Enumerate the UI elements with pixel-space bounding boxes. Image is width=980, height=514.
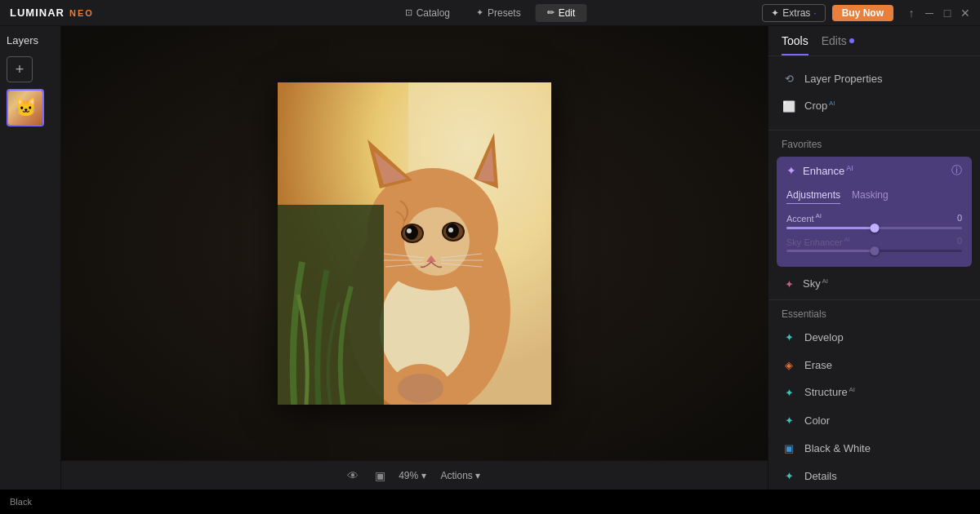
sky-item[interactable]: ✦ Sky AI xyxy=(768,270,980,298)
sky-enhancer-label: Sky Enhancer AI xyxy=(786,236,850,247)
enhance-item: ✦ Enhance AI ⓘ Adjustments Masking Acce xyxy=(777,157,972,267)
zoom-value: 49% xyxy=(399,470,418,481)
sky-ai-badge: AI xyxy=(821,277,828,285)
photo-inner xyxy=(278,82,551,405)
svg-point-12 xyxy=(405,225,418,240)
enhance-sub-tabs: Adjustments Masking xyxy=(786,189,962,204)
layer-properties-icon: ⟲ xyxy=(782,71,796,86)
color-item[interactable]: ✦ Color xyxy=(768,406,980,434)
enhance-header-left: ✦ Enhance AI xyxy=(786,164,853,177)
crop-label: Crop AI xyxy=(804,100,835,112)
visibility-icon[interactable]: 👁 xyxy=(344,466,362,485)
logo-area: LUMINAR NEO xyxy=(10,7,94,19)
titlebar: LUMINAR NEO ⊡ Catalog ✦ Presets ✏ Edit ✦… xyxy=(0,0,980,26)
masking-tab[interactable]: Masking xyxy=(852,189,889,204)
presets-icon: ✦ xyxy=(476,7,483,18)
canvas-area[interactable] xyxy=(61,26,768,460)
color-icon: ✦ xyxy=(782,413,796,428)
compare-icon[interactable]: ▣ xyxy=(372,466,389,485)
enhance-icon: ✦ xyxy=(786,164,796,177)
black-white-item[interactable]: ▣ Black & White xyxy=(768,434,980,462)
enhance-info-icon[interactable]: ⓘ xyxy=(951,163,962,178)
develop-item[interactable]: ✦ Develop xyxy=(768,323,980,351)
layers-panel: Layers + 🐱 xyxy=(0,26,61,490)
structure-ai-badge: AI xyxy=(848,386,855,393)
buy-now-button[interactable]: Buy Now xyxy=(832,5,893,21)
extras-button[interactable]: ✦ Extras · xyxy=(762,4,825,22)
develop-label: Develop xyxy=(804,331,844,343)
actions-arrow: ▾ xyxy=(475,470,480,481)
add-layer-button[interactable]: + xyxy=(7,56,33,82)
crop-icon: ⬜ xyxy=(782,99,796,113)
divider-1 xyxy=(768,130,980,131)
sky-enhancer-slider-thumb[interactable] xyxy=(870,246,879,255)
extras-dot: · xyxy=(813,7,816,19)
edits-dot xyxy=(849,38,854,43)
zoom-level[interactable]: 49% ▾ xyxy=(399,470,425,481)
titlebar-right: ✦ Extras · Buy Now ↑ ─ □ ✕ xyxy=(762,4,970,22)
accent-slider-header: Accent AI 0 xyxy=(786,212,962,224)
structure-label: Structure AI xyxy=(804,386,855,398)
sky-enhancer-slider-track[interactable] xyxy=(786,250,962,252)
photo-frame xyxy=(278,82,551,405)
enhance-body: Adjustments Masking Accent AI 0 xyxy=(777,184,972,267)
details-label: Details xyxy=(804,470,837,482)
nav-bar: ⊡ Catalog ✦ Presets ✏ Edit xyxy=(394,4,587,22)
layer-properties-section: ⟲ Layer Properties ⬜ Crop AI xyxy=(768,56,980,128)
accent-slider-thumb[interactable] xyxy=(870,224,879,233)
sky-enhancer-ai: AI xyxy=(842,236,849,243)
minimize-icon[interactable]: ─ xyxy=(924,8,934,18)
adjustments-tab[interactable]: Adjustments xyxy=(786,189,840,204)
window-controls: ↑ ─ □ ✕ xyxy=(906,8,970,18)
structure-icon: ✦ xyxy=(782,385,796,400)
extras-icon: ✦ xyxy=(771,7,779,19)
close-icon[interactable]: ✕ xyxy=(960,8,970,18)
accent-slider-track[interactable] xyxy=(786,227,962,229)
essentials-label: Essentials xyxy=(768,302,980,323)
accent-value: 0 xyxy=(957,213,962,223)
sky-icon: ✦ xyxy=(782,277,796,291)
favorites-label: Favorites xyxy=(768,132,980,153)
main-content: Layers + 🐱 xyxy=(0,26,980,490)
right-panel: Tools Edits ⟲ Layer Properties ⬜ Crop AI… xyxy=(768,26,980,490)
maximize-icon[interactable]: □ xyxy=(942,8,952,18)
details-icon: ✦ xyxy=(782,468,796,483)
zoom-arrow: ▾ xyxy=(421,470,426,481)
actions-button[interactable]: Actions ▾ xyxy=(436,467,485,484)
erase-item[interactable]: ◈ Erase xyxy=(768,351,980,379)
color-label: Color xyxy=(804,414,830,427)
layer-properties-item[interactable]: ⟲ Layer Properties xyxy=(768,64,980,92)
edit-label: Edit xyxy=(559,7,576,19)
tab-edits[interactable]: Edits xyxy=(822,34,854,55)
crop-item[interactable]: ⬜ Crop AI xyxy=(768,92,980,120)
presets-nav-btn[interactable]: ✦ Presets xyxy=(465,4,532,22)
bottom-toolbar: 👁 ▣ 49% ▾ Actions ▾ xyxy=(61,460,768,490)
catalog-nav-btn[interactable]: ⊡ Catalog xyxy=(394,4,461,22)
black-white-label: Black & White xyxy=(804,442,871,454)
share-icon[interactable]: ↑ xyxy=(906,8,916,18)
status-text: Black xyxy=(10,497,32,507)
enhance-header[interactable]: ✦ Enhance AI ⓘ xyxy=(777,157,972,184)
layers-title: Layers xyxy=(7,34,54,47)
accent-slider-fill xyxy=(786,227,875,229)
structure-item[interactable]: ✦ Structure AI xyxy=(768,379,980,406)
presets-label: Presets xyxy=(488,7,521,19)
accent-ai: AI xyxy=(814,212,822,219)
edit-nav-btn[interactable]: ✏ Edit xyxy=(536,4,587,22)
canvas-container: 👁 ▣ 49% ▾ Actions ▾ xyxy=(61,26,768,490)
erase-icon: ◈ xyxy=(782,357,796,372)
layer-thumb-image: 🐱 xyxy=(8,91,42,125)
sky-enhancer-slider-row: Sky Enhancer AI 0 xyxy=(786,236,962,253)
erase-label: Erase xyxy=(804,359,832,371)
svg-point-13 xyxy=(407,228,412,233)
catalog-label: Catalog xyxy=(416,7,450,19)
layer-thumbnail[interactable]: 🐱 xyxy=(7,89,44,126)
logo-text: LUMINAR xyxy=(10,7,65,19)
details-item[interactable]: ✦ Details xyxy=(768,462,980,490)
layer-properties-label: Layer Properties xyxy=(804,73,882,85)
sky-enhancer-value: 0 xyxy=(957,236,962,246)
edits-label: Edits xyxy=(822,34,847,47)
black-white-icon: ▣ xyxy=(782,441,796,455)
tab-tools[interactable]: Tools xyxy=(782,34,808,55)
svg-point-17 xyxy=(448,228,453,233)
